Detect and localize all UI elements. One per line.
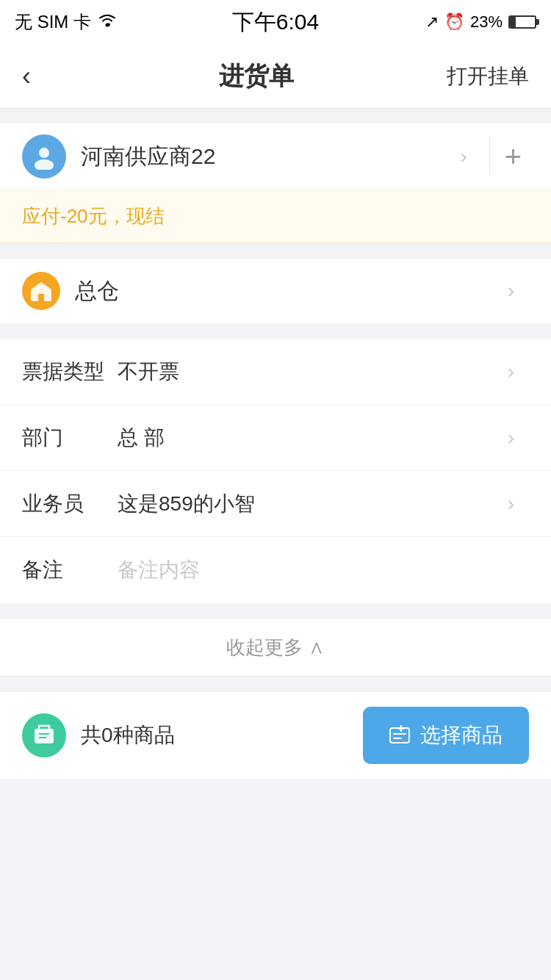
form-section: 票据类型 不开票 › 部门 总 部 › 业务员 这是859的小智 › 备注 备注… xyxy=(0,339,551,603)
product-icon xyxy=(22,713,66,757)
select-product-label: 选择商品 xyxy=(420,721,503,749)
section-gap-1 xyxy=(0,109,551,123)
salesperson-chevron-icon: › xyxy=(508,492,514,516)
page-background xyxy=(0,779,551,980)
warehouse-name: 总仓 xyxy=(75,276,508,306)
salesperson-value: 这是859的小智 xyxy=(118,490,508,518)
supplier-avatar xyxy=(22,134,66,179)
vertical-divider xyxy=(489,138,490,175)
remark-row[interactable]: 备注 备注内容 xyxy=(0,537,551,603)
department-chevron-icon: › xyxy=(508,426,514,450)
wifi-icon xyxy=(97,12,118,32)
svg-rect-8 xyxy=(390,728,409,743)
supplier-name: 河南供应商22 xyxy=(81,142,460,172)
department-row[interactable]: 部门 总 部 › xyxy=(0,405,551,471)
salesperson-label: 业务员 xyxy=(22,490,118,518)
select-product-button[interactable]: 选择商品 xyxy=(363,707,529,764)
nav-title: 进货单 xyxy=(66,60,447,93)
invoice-type-row[interactable]: 票据类型 不开票 › xyxy=(0,339,551,405)
collapse-text: 收起更多 ∧ xyxy=(226,635,324,660)
alarm-icon: ⏰ xyxy=(444,12,464,32)
supplier-chevron-icon: › xyxy=(460,145,467,168)
status-left: 无 SIM 卡 xyxy=(15,10,118,34)
remark-input[interactable]: 备注内容 xyxy=(118,556,529,584)
product-count: 共0种商品 xyxy=(81,721,363,749)
status-time: 下午6:04 xyxy=(232,7,319,37)
svg-rect-5 xyxy=(35,729,54,743)
invoice-type-label: 票据类型 xyxy=(22,358,118,386)
svg-point-0 xyxy=(106,24,109,27)
salesperson-row[interactable]: 业务员 这是859的小智 › xyxy=(0,471,551,537)
svg-rect-4 xyxy=(38,294,44,301)
add-supplier-button[interactable]: + xyxy=(497,140,529,173)
status-bar: 无 SIM 卡 下午6:04 ↗ ⏰ 23% xyxy=(0,0,551,44)
supplier-row[interactable]: 河南供应商22 › xyxy=(22,123,482,190)
notice-text: 应付-20元，现结 xyxy=(22,205,165,227)
svg-point-2 xyxy=(35,159,54,170)
collapse-bar[interactable]: 收起更多 ∧ xyxy=(0,618,551,677)
remark-label: 备注 xyxy=(22,556,118,584)
notice-bar: 应付-20元，现结 xyxy=(0,190,551,243)
warehouse-icon xyxy=(22,272,60,310)
back-button[interactable]: ‹ xyxy=(22,61,66,92)
supplier-section: 河南供应商22 › + xyxy=(0,123,551,190)
invoice-chevron-icon: › xyxy=(508,360,514,383)
status-right: ↗ ⏰ 23% xyxy=(425,12,536,32)
department-value: 总 部 xyxy=(118,424,508,452)
open-pending-button[interactable]: 打开挂单 xyxy=(447,62,529,90)
battery-icon xyxy=(508,15,536,29)
battery-percent: 23% xyxy=(470,12,503,32)
carrier-text: 无 SIM 卡 xyxy=(15,10,91,34)
warehouse-chevron-icon: › xyxy=(508,279,514,303)
warehouse-section[interactable]: 总仓 › xyxy=(0,258,551,324)
department-label: 部门 xyxy=(22,424,118,452)
nav-bar: ‹ 进货单 打开挂单 xyxy=(0,44,551,109)
svg-point-1 xyxy=(39,148,49,158)
location-icon: ↗ xyxy=(425,12,439,32)
invoice-type-value: 不开票 xyxy=(118,358,508,386)
product-bar: 共0种商品 选择商品 xyxy=(0,691,551,779)
